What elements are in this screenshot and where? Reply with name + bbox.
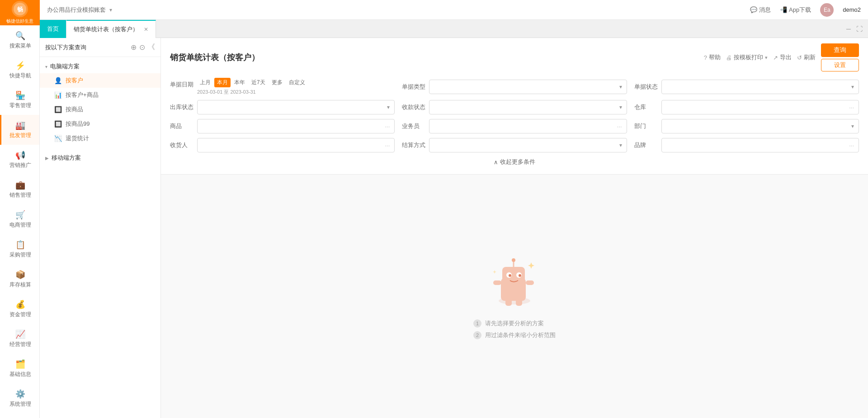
sidebar-item-quick-nav[interactable]: ⚡ 快捷导航 <box>0 55 39 85</box>
department-control[interactable]: ▾ <box>661 119 859 133</box>
page-title-row: 销货单统计表（按客户） ? 帮助 🖨 按模板打印 ▾ ↗ <box>170 43 859 71</box>
tab-minimize-icon[interactable]: ─ <box>844 24 853 34</box>
help-button[interactable]: ? 帮助 <box>704 53 721 62</box>
empty-hint-1: 1 请先选择要分析的方案 <box>473 319 556 328</box>
customer-goods-icon: 📊 <box>54 91 62 99</box>
date-tab-custom[interactable]: 自定义 <box>286 78 308 87</box>
left-panel-title: 按以下方案查询 <box>45 43 86 52</box>
doc-type-dropdown-icon: ▾ <box>619 84 622 90</box>
collapse-more-button[interactable]: ∧ 收起更多条件 <box>170 155 859 169</box>
date-tab-last-month[interactable]: 上月 <box>197 78 213 87</box>
basic-icon: 🗂️ <box>15 359 25 369</box>
add-scheme-button[interactable]: ⊕ <box>131 43 137 52</box>
sidebar-item-retail[interactable]: 🏪 零售管理 <box>0 85 39 115</box>
settings-scheme-button[interactable]: ⊙ <box>139 43 145 52</box>
scheme-item-return-stat[interactable]: 📉 退货统计 <box>40 131 160 146</box>
mobile-scheme-category[interactable]: ▶ 移动端方案 <box>40 151 160 165</box>
date-tab-this-year[interactable]: 本年 <box>231 78 248 87</box>
sidebar-item-search[interactable]: 🔍 搜索菜单 <box>0 25 39 55</box>
sidebar-item-operation[interactable]: 📈 经营管理 <box>0 324 39 354</box>
avatar[interactable]: Ea <box>820 3 834 17</box>
doc-status-control[interactable]: ▾ <box>661 80 859 94</box>
breadcrumb-dropdown-icon[interactable]: ▾ <box>109 7 112 13</box>
goods-label: 商品 <box>170 122 193 130</box>
expand-arrow-mobile-icon: ▶ <box>45 156 49 161</box>
export-button[interactable]: ↗ 导出 <box>773 53 792 62</box>
message-button[interactable]: 💬 消息 <box>750 6 771 14</box>
help-icon: ? <box>704 54 707 61</box>
sidebar-item-wholesale[interactable]: 🏭 批发管理 <box>0 115 39 145</box>
receipt-status-dropdown-icon: ▾ <box>619 104 622 110</box>
consignee-control[interactable]: ··· <box>197 138 395 152</box>
header-left: 办公用品行业模拟账套 ▾ <box>47 6 112 14</box>
page-title: 销货单统计表（按客户） <box>170 52 259 63</box>
tab-home[interactable]: 首页 <box>40 20 66 38</box>
tab-sales-stat[interactable]: 销货单统计表（按客户） ✕ <box>66 20 156 38</box>
query-button[interactable]: 查询 <box>821 43 859 57</box>
sidebar-logo[interactable]: 畅 畅捷信好生意 <box>0 0 40 25</box>
collapse-panel-button[interactable]: 《 <box>148 43 155 52</box>
print-button[interactable]: 🖨 按模板打印 ▾ <box>726 53 768 62</box>
search-icon: 🔍 <box>15 31 25 41</box>
svg-rect-14 <box>516 299 522 306</box>
settings-button[interactable]: 设置 <box>821 59 859 71</box>
print-icon: 🖨 <box>726 54 732 61</box>
header-right: 💬 消息 📲 App下载 Ea demo2 <box>750 3 861 17</box>
scheme-item-by-goods[interactable]: 🔲 按商品 <box>40 102 160 117</box>
hint-number-2: 2 <box>473 331 481 339</box>
receipt-status-control[interactable]: ▾ <box>429 100 627 114</box>
left-panel-actions: ⊕ ⊙ 《 <box>131 43 155 52</box>
goods-control[interactable]: ··· <box>197 119 395 133</box>
content-area: 按以下方案查询 ⊕ ⊙ 《 ▾ 电脑端方案 👤 按客户 📊 <box>40 38 868 418</box>
out-status-filter: 出库状态 ▾ <box>170 100 395 114</box>
out-status-control[interactable]: ▾ <box>197 100 395 114</box>
brand-control[interactable]: ··· <box>661 138 859 152</box>
export-icon: ↗ <box>773 54 778 61</box>
settlement-filter: 结算方式 ▾ <box>402 138 627 152</box>
sidebar-navigation: 🔍 搜索菜单 ⚡ 快捷导航 🏪 零售管理 🏭 批发管理 📢 营销推广 💼 销售管… <box>0 25 39 418</box>
svg-point-10 <box>512 258 515 262</box>
empty-hints: 1 请先选择要分析的方案 2 用过滤条件来缩小分析范围 <box>473 319 556 339</box>
warehouse-label: 仓库 <box>634 103 658 111</box>
tab-maximize-icon[interactable]: ⛶ <box>854 24 864 34</box>
doc-type-control[interactable]: ▾ <box>429 80 627 94</box>
app-download-button[interactable]: 📲 App下载 <box>780 6 811 14</box>
top-header: 办公用品行业模拟账套 ▾ 💬 消息 📲 App下载 Ea demo2 <box>40 0 868 20</box>
date-tab-this-month[interactable]: 本月 <box>214 78 231 87</box>
out-status-dropdown-icon: ▾ <box>387 104 390 110</box>
sidebar-item-ecommerce[interactable]: 🛒 电商管理 <box>0 204 39 234</box>
page-actions: ? 帮助 🖨 按模板打印 ▾ ↗ 导出 ↺ <box>704 43 859 71</box>
settlement-label: 结算方式 <box>402 141 425 149</box>
username-label[interactable]: demo2 <box>843 6 861 13</box>
settlement-control[interactable]: ▾ <box>429 138 627 152</box>
sidebar-item-system[interactable]: ⚙️ 系统管理 <box>0 384 39 413</box>
tab-close-icon[interactable]: ✕ <box>144 26 148 33</box>
operation-icon: 📈 <box>15 329 25 339</box>
left-panel-header: 按以下方案查询 ⊕ ⊙ 《 <box>40 38 160 57</box>
sales-icon: 💼 <box>15 180 25 190</box>
sidebar-item-inventory[interactable]: 📦 库存核算 <box>0 264 39 294</box>
department-dropdown-icon: ▾ <box>851 123 854 129</box>
sidebar-item-basic[interactable]: 🗂️ 基础信息 <box>0 354 39 384</box>
scheme-item-by-customer[interactable]: 👤 按客户 <box>40 73 160 88</box>
warehouse-dots-icon: ··· <box>849 104 854 111</box>
marketing-icon: 📢 <box>15 150 25 160</box>
empty-hint-2: 2 用过滤条件来缩小分析范围 <box>473 331 556 339</box>
scheme-item-by-customer-goods[interactable]: 📊 按客户+商品 <box>40 88 160 102</box>
date-tab-7days[interactable]: 近7天 <box>249 78 268 87</box>
sidebar-item-enterprise[interactable]: 🤝 企业协同 <box>0 413 39 418</box>
warehouse-control[interactable]: ··· <box>661 100 859 114</box>
scheme-item-by-goods-99[interactable]: 🔲 按商品99 <box>40 117 160 131</box>
sidebar-item-finance[interactable]: 💰 资金管理 <box>0 294 39 324</box>
date-tab-more[interactable]: 更多 <box>269 78 285 87</box>
sidebar-item-marketing[interactable]: 📢 营销推广 <box>0 145 39 175</box>
sidebar-item-purchase[interactable]: 📋 采购管理 <box>0 234 39 264</box>
filter-section: 销货单统计表（按客户） ? 帮助 🖨 按模板打印 ▾ ↗ <box>161 38 868 175</box>
sidebar-item-sales[interactable]: 💼 销售管理 <box>0 175 39 204</box>
filter-row-4: 收货人 ··· 结算方式 ▾ 品牌 <box>170 138 859 152</box>
refresh-button[interactable]: ↺ 刷新 <box>797 53 816 62</box>
warehouse-filter: 仓库 ··· <box>634 100 859 114</box>
salesperson-control[interactable]: ··· <box>429 119 627 133</box>
date-filter-item: 单据日期 上月 本月 本年 近7天 更多 自定义 2023-03-01 至 20… <box>170 78 395 95</box>
pc-scheme-category[interactable]: ▾ 电脑端方案 <box>40 60 160 73</box>
